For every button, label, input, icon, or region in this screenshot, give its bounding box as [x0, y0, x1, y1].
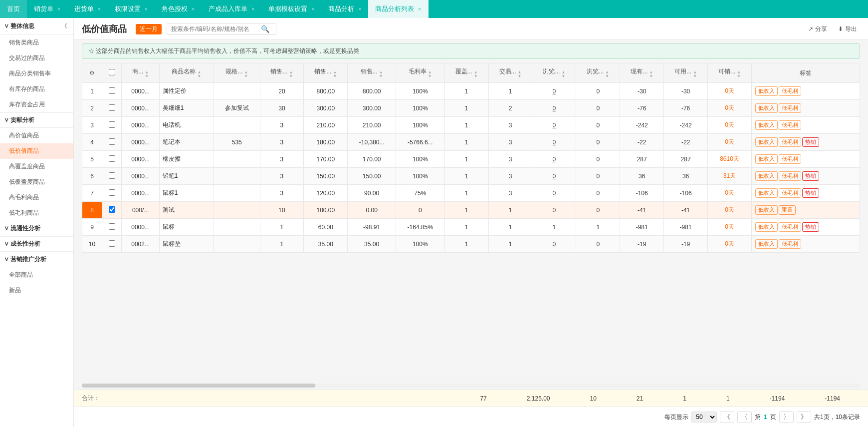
view1-link[interactable]: 0: [553, 207, 556, 214]
col-checkbox[interactable]: [102, 63, 121, 83]
col-code[interactable]: 商...▲▼: [122, 63, 159, 83]
sidebar-collapse-btn[interactable]: 《: [59, 21, 69, 31]
col-trade[interactable]: 交易...▲▼: [488, 63, 532, 83]
cell-view1[interactable]: 0: [532, 117, 576, 134]
cell-name[interactable]: 鼠标: [159, 219, 214, 236]
cell-checkbox[interactable]: [102, 185, 121, 202]
cell-view1[interactable]: 0: [532, 134, 576, 151]
cell-name[interactable]: 铅笔1: [159, 168, 214, 185]
cell-view1[interactable]: 0: [532, 168, 576, 185]
row-checkbox[interactable]: [109, 155, 115, 162]
view1-link[interactable]: 1: [553, 224, 556, 231]
cell-checkbox[interactable]: [102, 202, 121, 219]
cell-view1[interactable]: 0: [532, 151, 576, 168]
time-filter-btn[interactable]: 近一月: [136, 24, 162, 34]
view1-link[interactable]: 0: [553, 139, 556, 146]
sidebar-item-high-value[interactable]: 高价值商品: [0, 128, 73, 143]
col-current-stock[interactable]: 现有...▲▼: [620, 63, 664, 83]
row-checkbox[interactable]: [109, 223, 115, 230]
row-checkbox[interactable]: [109, 104, 115, 111]
row-checkbox[interactable]: [109, 87, 115, 94]
col-spec[interactable]: 规格...▲▼: [214, 63, 260, 83]
col-saleable[interactable]: 可销...▲▼: [708, 63, 752, 83]
row-checkbox[interactable]: [109, 189, 115, 196]
cell-view1[interactable]: 0: [532, 83, 576, 100]
col-sale-cost[interactable]: 销售...▲▼: [348, 63, 396, 83]
cell-name[interactable]: 电话机: [159, 117, 214, 134]
search-input[interactable]: [171, 25, 261, 32]
nav-template-close[interactable]: ×: [311, 6, 314, 12]
search-icon[interactable]: 🔍: [261, 25, 269, 33]
sidebar-group-title-circulation[interactable]: ∨ 流通性分析: [0, 221, 73, 236]
sidebar-item-high-coverage[interactable]: 高覆盖度商品: [0, 159, 73, 174]
prev-page-btn[interactable]: 〈: [737, 411, 752, 423]
cell-name[interactable]: 鼠标垫: [159, 236, 214, 253]
cell-name[interactable]: 鼠标1: [159, 185, 214, 202]
view1-link[interactable]: 0: [553, 122, 556, 129]
view1-link[interactable]: 0: [553, 156, 556, 163]
nav-goods-analysis-list-close[interactable]: ×: [418, 6, 421, 12]
cell-view1[interactable]: 1: [532, 219, 576, 236]
nav-product-inbound[interactable]: 产成品入库单 ×: [202, 0, 261, 18]
cell-view1[interactable]: 0: [532, 100, 576, 117]
col-sale-price[interactable]: 销售...▲▼: [304, 63, 348, 83]
sidebar-item-traded-goods[interactable]: 交易过的商品: [0, 50, 73, 66]
sidebar-item-stocked-goods[interactable]: 有库存的商品: [0, 81, 73, 97]
next-page-btn[interactable]: 〉: [779, 411, 794, 423]
select-all-checkbox[interactable]: [109, 69, 115, 75]
cell-checkbox[interactable]: [102, 134, 121, 151]
col-view1[interactable]: 浏览...▲▼: [532, 63, 576, 83]
nav-template[interactable]: 单据模板设置 ×: [261, 0, 321, 18]
col-view2[interactable]: 浏览...▲▼: [576, 63, 620, 83]
cell-checkbox[interactable]: [102, 100, 121, 117]
per-page-select[interactable]: 50 100 200: [691, 412, 717, 423]
nav-purchase[interactable]: 进货单 ×: [67, 0, 108, 18]
last-page-btn[interactable]: 》: [797, 411, 811, 423]
cell-checkbox[interactable]: [102, 117, 121, 134]
sidebar-item-stock-capital[interactable]: 库存资金占用: [0, 97, 73, 112]
nav-goods-analysis-close[interactable]: ×: [358, 6, 361, 12]
nav-home[interactable]: 首页: [0, 0, 27, 18]
cell-checkbox[interactable]: [102, 151, 121, 168]
scrollbar-area[interactable]: [82, 384, 860, 388]
cell-name[interactable]: 笔记本: [159, 134, 214, 151]
col-sale-qty[interactable]: 销售...▲▼: [260, 63, 304, 83]
row-checkbox[interactable]: [109, 121, 115, 128]
first-page-btn[interactable]: 《: [720, 411, 734, 423]
row-checkbox[interactable]: [109, 172, 115, 179]
sidebar-item-sales-goods[interactable]: 销售类商品: [0, 35, 73, 50]
nav-goods-analysis[interactable]: 商品分析 ×: [321, 0, 368, 18]
view1-link[interactable]: 0: [553, 105, 556, 112]
nav-goods-analysis-list[interactable]: 商品分析列表 ×: [368, 0, 428, 18]
cell-checkbox[interactable]: [102, 219, 121, 236]
cell-name[interactable]: 属性定价: [159, 83, 214, 100]
scrollbar-thumb[interactable]: [82, 384, 315, 388]
view1-link[interactable]: 0: [553, 173, 556, 180]
col-name[interactable]: 商品名称▲▼: [159, 63, 214, 83]
share-button[interactable]: ↗ 分享: [805, 23, 830, 35]
cell-view1[interactable]: 0: [532, 185, 576, 202]
cell-view1[interactable]: 0: [532, 202, 576, 219]
nav-role-close[interactable]: ×: [192, 6, 195, 12]
cell-name[interactable]: 橡皮擦: [159, 151, 214, 168]
sidebar-item-low-coverage[interactable]: 低覆盖度商品: [0, 174, 73, 190]
nav-product-inbound-close[interactable]: ×: [251, 6, 254, 12]
cell-name[interactable]: 测试: [159, 202, 214, 219]
cell-name[interactable]: 吴细细1: [159, 100, 214, 117]
nav-permission-close[interactable]: ×: [145, 6, 148, 12]
nav-permission[interactable]: 权限设置 ×: [108, 0, 155, 18]
cell-checkbox[interactable]: [102, 236, 121, 253]
export-button[interactable]: ⬇ 导出: [835, 23, 860, 35]
col-gross-margin[interactable]: 毛利率▲▼: [396, 63, 444, 83]
row-checkbox[interactable]: [109, 206, 115, 213]
cell-checkbox[interactable]: [102, 168, 121, 185]
view1-link[interactable]: 0: [553, 190, 556, 197]
view1-link[interactable]: 0: [553, 241, 556, 248]
col-settings[interactable]: ⚙: [82, 63, 102, 83]
sidebar-item-category-rate[interactable]: 商品分类销售率: [0, 66, 73, 81]
sidebar-item-new-goods[interactable]: 新品: [0, 283, 73, 298]
nav-purchase-close[interactable]: ×: [98, 6, 101, 12]
sidebar-item-low-margin[interactable]: 低毛利商品: [0, 205, 73, 221]
nav-sales[interactable]: 销货单 ×: [27, 0, 67, 18]
nav-sales-close[interactable]: ×: [57, 6, 60, 12]
